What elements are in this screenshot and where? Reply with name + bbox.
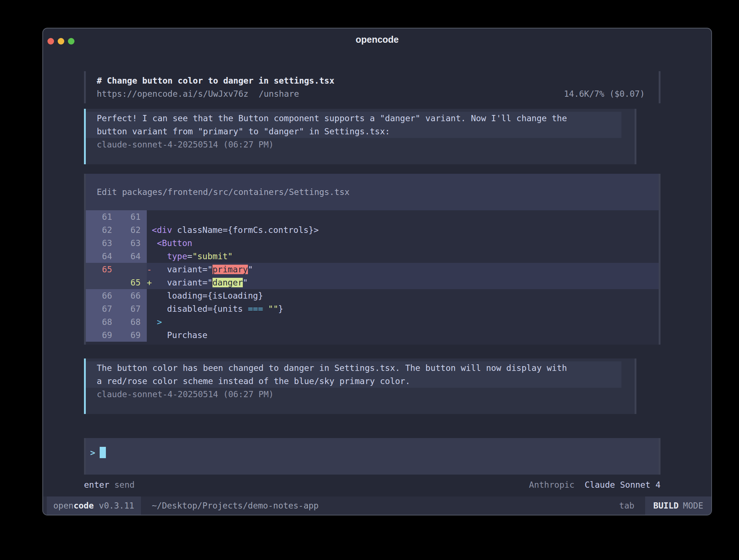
code-segment-base: variant=" (167, 278, 212, 287)
code-segment-hl-add: danger (212, 278, 243, 287)
diff-row: 65+ variant="danger" (86, 276, 659, 289)
line-number-gutter: 6262 (86, 223, 147, 237)
assistant-message: Perfect! I can see that the Button compo… (84, 109, 636, 164)
line-number-gutter: 65 (86, 276, 147, 289)
diff-row: 6464 type="submit" (86, 250, 659, 263)
line-number-gutter: 6767 (86, 302, 147, 315)
model-indicator: Anthropic Claude Sonnet 4 (529, 478, 660, 491)
mode-badge[interactable]: BUILDMODE (645, 496, 711, 515)
code-segment-base: " (248, 265, 253, 274)
mode-name: BUILD (653, 501, 678, 510)
line-number-gutter: 6464 (86, 250, 147, 263)
model-label: Claude Sonnet 4 (585, 480, 660, 490)
provider-label: Anthropic (529, 480, 575, 490)
new-line-number: 63 (112, 237, 141, 250)
line-number-gutter: 6666 (86, 289, 147, 302)
message-text: Perfect! I can see that the Button compo… (86, 112, 621, 138)
share-url[interactable]: https://opencode.ai/s/UwJxv76z (97, 87, 248, 100)
diff-row: 6262 <div className={formCs.controls}> (86, 223, 659, 237)
session-title: # Change button color to danger in setti… (97, 74, 645, 87)
send-action-label: send (114, 478, 134, 491)
line-number-gutter: 6161 (86, 210, 147, 223)
code-segment-base (147, 238, 157, 248)
code-segment-str: "" (268, 304, 278, 314)
code-segment-base: Purchase (147, 330, 207, 340)
session-header: # Change button color to danger in setti… (84, 71, 660, 103)
diff-row: 65- variant="primary" (86, 263, 659, 276)
footer-hints: enter send Anthropic Claude Sonnet 4 (84, 478, 660, 491)
unshare-command: /unshare (259, 87, 299, 100)
window-title: opencode (43, 34, 711, 45)
code-segment-tag: <div (152, 225, 172, 235)
new-line-number: 67 (112, 302, 141, 315)
diff-code-line: disabled={units === ""} (147, 302, 659, 315)
diff-row: 6969 Purchase (86, 329, 659, 342)
new-line-number: 69 (112, 329, 141, 342)
app-version: v0.3.11 (99, 501, 134, 510)
app-name-open: open (53, 501, 73, 510)
prompt-symbol: > (90, 448, 95, 457)
enter-key-hint: enter (84, 478, 109, 491)
line-number-gutter: 6868 (86, 315, 147, 329)
code-segment-mdel: - (147, 265, 167, 274)
diff-row: 6363 <Button (86, 237, 659, 250)
tab-key-hint: tab (619, 496, 635, 515)
diff-code-line: <Button (147, 237, 659, 250)
status-bar: opencodev0.3.11 ~/Desktop/Projects/demo-… (43, 496, 711, 515)
new-line-number (112, 263, 141, 276)
edit-tool-panel: Edit packages/frontend/src/containers/Se… (84, 174, 660, 345)
code-segment-base (147, 317, 157, 327)
old-line-number: 65 (86, 263, 112, 276)
diff-code-line: - variant="primary" (147, 263, 659, 276)
code-segment-base: loading={isLoading} (147, 291, 263, 300)
code-segment-base: } (278, 304, 283, 314)
new-line-number: 65 (112, 276, 141, 289)
assistant-message: The button color has been changed to dan… (84, 358, 636, 414)
old-line-number: 67 (86, 302, 112, 315)
text-cursor (100, 447, 106, 458)
code-segment-base: = (187, 252, 192, 261)
edit-tool-title: Edit packages/frontend/src/containers/Se… (86, 174, 659, 210)
diff-row: 6767 disabled={units === ""} (86, 302, 659, 315)
prompt-input[interactable]: > (84, 438, 660, 475)
code-segment-op: > (157, 317, 162, 327)
message-model-meta: claude-sonnet-4-20250514 (06:27 PM) (86, 388, 635, 401)
diff-code-line: <div className={formCs.controls}> (147, 223, 659, 237)
code-segment-base (147, 252, 167, 261)
line-number-gutter: 6969 (86, 329, 147, 342)
old-line-number: 63 (86, 237, 112, 250)
diff-code-line: loading={isLoading} (147, 289, 659, 302)
old-line-number: 66 (86, 289, 112, 302)
token-cost-stats: 14.6K/7% ($0.07) (564, 87, 645, 100)
code-segment-base: variant=" (167, 265, 212, 274)
code-segment-base (263, 304, 268, 314)
new-line-number: 61 (112, 210, 141, 223)
code-segment-hl-del: primary (212, 265, 248, 274)
working-directory: ~/Desktop/Projects/demo-notes-app (152, 496, 319, 515)
code-segment-base (147, 225, 152, 235)
diff-code-line: + variant="danger" (147, 276, 659, 289)
diff-rows: 61616262 <div className={formCs.controls… (86, 210, 659, 342)
diff-code-line: Purchase (147, 329, 659, 342)
message-text: The button color has been changed to dan… (86, 361, 621, 388)
diff-code-line: > (147, 315, 659, 329)
old-line-number: 61 (86, 210, 112, 223)
old-line-number (86, 276, 112, 289)
code-segment-tag: <Button (157, 238, 192, 248)
code-segment-base: disabled={units (147, 304, 248, 314)
diff-code-line (147, 210, 659, 223)
old-line-number: 64 (86, 250, 112, 263)
diff-code-line: type="submit" (147, 250, 659, 263)
new-line-number: 68 (112, 315, 141, 329)
mode-word: MODE (683, 501, 703, 510)
app-version-badge: opencodev0.3.11 (47, 496, 141, 515)
diff-row: 6161 (86, 210, 659, 223)
new-line-number: 64 (112, 250, 141, 263)
old-line-number: 68 (86, 315, 112, 329)
session-subtitle-row: https://opencode.ai/s/UwJxv76z /unshare … (97, 87, 645, 100)
line-number-gutter: 6363 (86, 237, 147, 250)
app-name-code: code (73, 501, 93, 510)
code-segment-madd: + (147, 278, 167, 287)
message-model-meta: claude-sonnet-4-20250514 (06:27 PM) (86, 138, 635, 151)
opencode-window: opencode # Change button color to danger… (42, 28, 712, 515)
